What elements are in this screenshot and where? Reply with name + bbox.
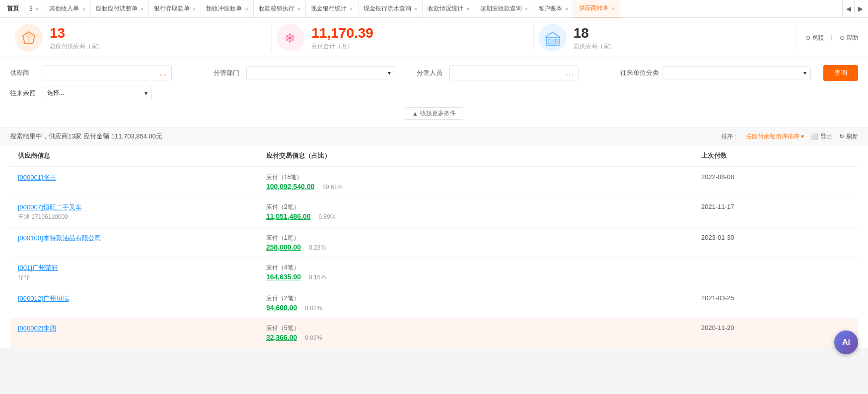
links-divider: 丨 xyxy=(829,34,835,42)
txn-pct-4: 0.15% xyxy=(309,274,326,281)
stats-bar: 13 总应付供应商（家） ❄ 11,170.39 应付合计（万） xyxy=(0,18,868,58)
txn-row-1: 100,092,540.00 89.61% xyxy=(266,183,701,191)
supplier-input-dots[interactable]: ... xyxy=(159,68,167,77)
nav-tab-advance-receive[interactable]: 预收冲应收单 × xyxy=(201,0,253,18)
nav-prev-button[interactable]: ◀ xyxy=(842,0,854,18)
help-link[interactable]: ⊙帮助 xyxy=(840,34,858,42)
supplier-info-cell: [000002]李四 xyxy=(18,324,266,333)
export-label: 导出 xyxy=(820,132,832,141)
supplier-link-000002[interactable]: [000002]李四 xyxy=(18,324,266,333)
supplier-filter-input[interactable]: ... xyxy=(43,66,172,80)
refresh-button[interactable]: ↻ 刷新 xyxy=(839,132,858,141)
txn-amount-3[interactable]: 258,000.00 xyxy=(266,243,301,251)
nav-tab-supplier-ledger-label: 供应商账本 xyxy=(579,4,609,12)
nav-tab-ar-ap-adjust-close[interactable]: × xyxy=(141,6,144,12)
nav-tab-cash-bank-flow-label: 现金银行流水查询 xyxy=(363,4,411,13)
data-table: 供应商信息 应付交易信息（占比） 上次付数 [000001]张三 应付（15笔）… xyxy=(0,145,868,348)
table-header: 供应商信息 应付交易信息（占比） 上次付数 xyxy=(10,145,858,167)
export-button[interactable]: ⬜ 导出 xyxy=(811,132,832,141)
category-filter-select[interactable]: ▾ xyxy=(662,66,811,79)
query-button[interactable]: 查询 xyxy=(823,65,858,81)
txn-info-cell: 应付（5笔） 32,366.00 0.03% xyxy=(266,324,701,341)
nav-tab-bank-deposit-label: 银行存取款单 xyxy=(154,4,190,13)
txn-amount-6[interactable]: 32,366.00 xyxy=(266,333,297,341)
supplier-info-cell: [000001]张三 xyxy=(18,173,266,182)
supplier-filter-label: 供应商 xyxy=(10,68,40,77)
nav-tab-ar-ap-adjust[interactable]: 应收应付调整单 × xyxy=(91,0,149,18)
supplier-info-cell: [001]广州荣轩 仔仔 xyxy=(18,263,266,282)
nav-tab-home[interactable]: 首页 xyxy=(2,0,24,18)
last-pay-3: 2023-01-30 xyxy=(701,234,850,241)
person-input-dots[interactable]: ... xyxy=(566,68,574,77)
nav-tab-customer-ledger[interactable]: 客户账本 × xyxy=(533,0,574,18)
nav-tab-supplier-ledger-close[interactable]: × xyxy=(612,5,615,11)
balance-filter-select[interactable]: 选择... ▾ xyxy=(43,86,152,100)
supplier-info-cell: [000100]本特勤油品有限公司 xyxy=(18,234,266,243)
svg-rect-4 xyxy=(550,39,555,45)
filter-group-balance: 往来余额 选择... ▾ xyxy=(10,86,858,100)
txn-label-5: 应付（2笔） xyxy=(266,294,701,303)
txn-amount-4[interactable]: 164,635.90 xyxy=(266,273,301,281)
txn-pct-5: 0.08% xyxy=(305,305,322,312)
collapse-button[interactable]: ▲ 收起更多条件 xyxy=(405,107,463,120)
txn-pct-2: 9.89% xyxy=(319,213,336,220)
txn-pct-3: 0.23% xyxy=(309,244,326,251)
txn-info-cell: 应付（1笔） 258,000.00 0.23% xyxy=(266,234,701,251)
nav-tab-customer-ledger-close[interactable]: × xyxy=(565,6,568,12)
txn-amount-5[interactable]: 94,600.00 xyxy=(266,304,297,312)
top-right-links: ⊙视频 丨 ⊙帮助 xyxy=(796,24,858,52)
nav-tab-receipt-stats[interactable]: 收款情况统计 × xyxy=(423,0,475,18)
txn-amount-1[interactable]: 100,092,540.00 xyxy=(266,183,314,191)
nav-tab-cash-bank-stats-label: 现金银行统计 xyxy=(311,4,347,13)
supplier-link-000007[interactable]: [000007]恒旺二手叉车 xyxy=(18,203,266,212)
stat-total-suppliers: 18 总供应商（家） xyxy=(534,24,796,52)
last-pay-2: 2021-11-17 xyxy=(701,203,850,210)
filter-group-person: 分管人员 ... xyxy=(417,66,615,80)
nav-tab-customer-ledger-label: 客户账本 xyxy=(538,4,562,13)
dept-filter-select[interactable]: ▾ xyxy=(246,66,395,79)
filter-group-category: 往来单位分类 ▾ xyxy=(620,66,819,79)
supplier-link-000100[interactable]: [000100]本特勤油品有限公司 xyxy=(18,234,266,243)
nav-tab-bank-deposit-close[interactable]: × xyxy=(193,6,196,12)
stat-total-suppliers-value: 18 xyxy=(574,25,615,42)
txn-label-4: 应付（4笔） xyxy=(266,263,701,272)
col-header-lastpay: 上次付数 xyxy=(701,151,850,160)
dept-filter-label: 分管部门 xyxy=(214,68,243,77)
nav-tab-receipt-write-off[interactable]: 收款核销执行 × xyxy=(254,0,306,18)
nav-next-button[interactable]: ▶ xyxy=(854,0,866,18)
nav-tab-advance-receive-close[interactable]: × xyxy=(245,6,248,12)
top-navigation: 首页 3 × 其他收入单 × 应收应付调整单 × 银行存取款单 × 预收冲应收单… xyxy=(0,0,868,18)
sort-select[interactable]: 按应付余额倒序排序 ▾ xyxy=(746,132,804,141)
stat-total-suppliers-label: 总供应商（家） xyxy=(574,42,615,51)
nav-tab-cash-bank-flow-close[interactable]: × xyxy=(414,6,417,12)
nav-tab-3-close[interactable]: × xyxy=(36,6,39,12)
supplier-link-000001[interactable]: [000001]张三 xyxy=(18,173,266,182)
nav-tab-cash-bank-stats-close[interactable]: × xyxy=(350,6,353,12)
txn-row-6: 32,366.00 0.03% xyxy=(266,333,701,341)
supplier-link-000012[interactable]: [000012]广州贝瑞 xyxy=(18,294,266,303)
video-link[interactable]: ⊙视频 xyxy=(805,34,824,42)
supplier-link-001[interactable]: [001]广州荣轩 xyxy=(18,263,266,272)
nav-tab-3[interactable]: 3 × xyxy=(24,0,44,18)
collapse-row: ▲ 收起更多条件 xyxy=(10,105,858,124)
nav-tab-other-income-close[interactable]: × xyxy=(82,6,85,12)
nav-tab-other-income[interactable]: 其他收入单 × xyxy=(44,0,90,18)
nav-tab-receipt-write-off-label: 收款核销执行 xyxy=(259,4,294,13)
supplier-sub-001: 仔仔 xyxy=(18,273,266,282)
txn-info-cell: 应付（2笔） 94,600.00 0.08% xyxy=(266,294,701,312)
txn-info-cell: 应付（15笔） 100,092,540.00 89.61% xyxy=(266,173,701,191)
category-filter-label: 往来单位分类 xyxy=(620,68,659,77)
nav-tab-supplier-ledger[interactable]: 供应商账本 × xyxy=(574,0,620,18)
nav-tab-bank-deposit[interactable]: 银行存取款单 × xyxy=(149,0,201,18)
txn-amount-2[interactable]: 11,051,486.00 xyxy=(266,212,311,220)
nav-tab-overdue-ar-close[interactable]: × xyxy=(525,6,528,12)
stat-icon-diamond xyxy=(15,24,43,52)
nav-tab-receipt-write-off-close[interactable]: × xyxy=(297,6,300,12)
nav-tab-overdue-ar[interactable]: 超期应收款查询 × xyxy=(475,0,533,18)
person-filter-input[interactable]: ... xyxy=(449,66,579,80)
nav-tab-cash-bank-stats[interactable]: 现金银行统计 × xyxy=(306,0,358,18)
nav-tab-receipt-stats-close[interactable]: × xyxy=(466,6,469,12)
nav-tab-cash-bank-flow[interactable]: 现金银行流水查询 × xyxy=(359,0,423,18)
stat-suppliers-payable-label: 总应付供应商（家） xyxy=(50,42,103,51)
nav-tab-3-label: 3 xyxy=(29,5,33,12)
